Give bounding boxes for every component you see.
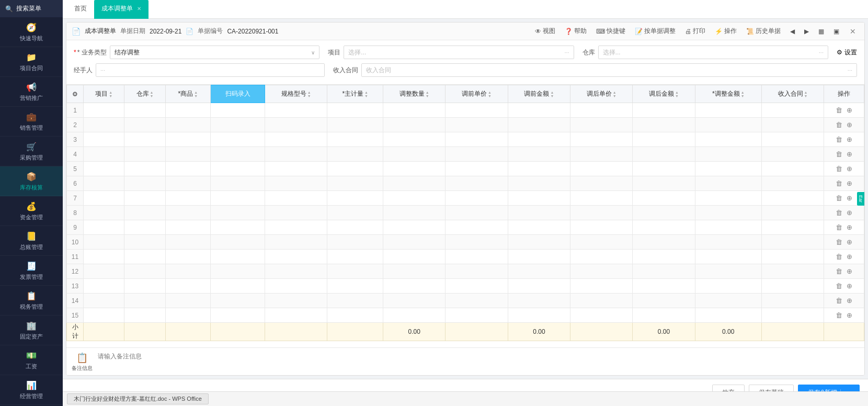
cell-income_contract[interactable]	[761, 191, 824, 206]
cell-adj_amount[interactable]	[695, 264, 761, 279]
cell-spec[interactable]	[265, 264, 327, 279]
side-indicator[interactable]: Ear	[857, 192, 864, 206]
cell-before_price[interactable]	[446, 162, 508, 176]
cell-warehouse[interactable]	[124, 103, 165, 118]
cell-project[interactable]	[84, 132, 124, 147]
cell-scan[interactable]	[211, 250, 265, 264]
cell-spec[interactable]	[265, 250, 327, 264]
cell-product[interactable]	[165, 279, 210, 294]
cell-after_price[interactable]	[570, 147, 633, 162]
shortcut-btn[interactable]: ⌨ 快捷键	[594, 26, 627, 37]
nav-next-btn[interactable]: ▶	[802, 27, 811, 36]
sort-before_amount[interactable]: ▲▼	[550, 91, 554, 98]
sort-income_contract[interactable]: ▲▼	[804, 91, 808, 98]
delete-row-btn[interactable]: 🗑	[835, 164, 843, 174]
cell-before_amount[interactable]	[508, 132, 570, 147]
cell-after_price[interactable]	[570, 162, 633, 176]
cell-before_amount[interactable]	[508, 279, 570, 294]
cell-product[interactable]	[165, 294, 210, 308]
cell-before_amount[interactable]	[508, 294, 570, 308]
cell-spec[interactable]	[265, 235, 327, 250]
cell-product[interactable]	[165, 103, 210, 118]
sort-warehouse[interactable]: ▲▼	[150, 91, 154, 98]
cell-project[interactable]	[84, 308, 124, 323]
cell-project[interactable]	[84, 176, 124, 191]
cell-income_contract[interactable]	[761, 220, 824, 235]
col-header-action[interactable]: 操作	[824, 85, 864, 103]
cell-income_contract[interactable]	[761, 103, 824, 118]
copy-row-btn[interactable]: ⊕	[846, 266, 853, 276]
delete-row-btn[interactable]: 🗑	[835, 134, 843, 144]
tab-home[interactable]: 首页	[67, 0, 94, 19]
delete-row-btn[interactable]: 🗑	[835, 222, 843, 232]
sidebar-item-payroll[interactable]: 💵 工资	[0, 345, 63, 375]
cell-warehouse[interactable]	[124, 206, 165, 220]
cell-after_amount[interactable]	[633, 308, 695, 323]
cell-project[interactable]	[84, 118, 124, 132]
tab-close-cost-adjust[interactable]: ✕	[137, 6, 141, 12]
project-input[interactable]: 选择... ···	[344, 46, 574, 59]
copy-row-btn[interactable]: ⊕	[846, 164, 853, 174]
cell-warehouse[interactable]	[124, 250, 165, 264]
cell-adj_qty[interactable]	[383, 206, 446, 220]
cell-adj_qty[interactable]	[383, 132, 446, 147]
cell-income_contract[interactable]	[761, 279, 824, 294]
cell-unit[interactable]	[327, 147, 383, 162]
cell-adj_amount[interactable]	[695, 118, 761, 132]
cell-scan[interactable]	[211, 132, 265, 147]
cell-project[interactable]	[84, 235, 124, 250]
cell-adj_amount[interactable]	[695, 294, 761, 308]
cell-adj_qty[interactable]	[383, 294, 446, 308]
delete-row-btn[interactable]: 🗑	[835, 149, 843, 159]
cell-adj_qty[interactable]	[383, 264, 446, 279]
cell-income_contract[interactable]	[761, 250, 824, 264]
sidebar-item-marketing[interactable]: 📢 营销推广	[0, 77, 63, 107]
cell-adj_amount[interactable]	[695, 250, 761, 264]
cell-project[interactable]	[84, 162, 124, 176]
cell-warehouse[interactable]	[124, 294, 165, 308]
sidebar-item-quick-nav[interactable]: 🧭 快速导航	[0, 17, 63, 47]
cell-adj_amount[interactable]	[695, 279, 761, 294]
cell-unit[interactable]	[327, 191, 383, 206]
warehouse-input[interactable]: 选择... ···	[598, 46, 828, 59]
cell-adj_qty[interactable]	[383, 279, 446, 294]
copy-row-btn[interactable]: ⊕	[846, 310, 853, 320]
cell-before_price[interactable]	[446, 147, 508, 162]
remark-input[interactable]	[98, 351, 859, 372]
copy-row-btn[interactable]: ⊕	[846, 281, 853, 291]
cell-adj_qty[interactable]	[383, 191, 446, 206]
cell-income_contract[interactable]	[761, 118, 824, 132]
cell-unit[interactable]	[327, 176, 383, 191]
cell-scan[interactable]	[211, 103, 265, 118]
cell-warehouse[interactable]	[124, 220, 165, 235]
cell-income_contract[interactable]	[761, 132, 824, 147]
cell-before_price[interactable]	[446, 264, 508, 279]
cell-unit[interactable]	[327, 235, 383, 250]
cell-adj_qty[interactable]	[383, 235, 446, 250]
cell-adj_amount[interactable]	[695, 103, 761, 118]
sort-adj_amount[interactable]: ▲▼	[741, 91, 745, 98]
delete-row-btn[interactable]: 🗑	[835, 105, 843, 115]
sidebar-item-purchase[interactable]: 🛒 采购管理	[0, 137, 63, 166]
cell-spec[interactable]	[265, 206, 327, 220]
cell-before_amount[interactable]	[508, 206, 570, 220]
cell-unit[interactable]	[327, 279, 383, 294]
cell-after_amount[interactable]	[633, 220, 695, 235]
cell-product[interactable]	[165, 132, 210, 147]
cell-scan[interactable]	[211, 162, 265, 176]
cell-project[interactable]	[84, 220, 124, 235]
cell-after_amount[interactable]	[633, 191, 695, 206]
cell-after_price[interactable]	[570, 132, 633, 147]
cell-after_amount[interactable]	[633, 206, 695, 220]
cell-adj_qty[interactable]	[383, 176, 446, 191]
cell-before_price[interactable]	[446, 308, 508, 323]
sidebar-item-sales[interactable]: 💼 销售管理	[0, 107, 63, 137]
cell-income_contract[interactable]	[761, 162, 824, 176]
cell-before_amount[interactable]	[508, 250, 570, 264]
cell-income_contract[interactable]	[761, 147, 824, 162]
copy-row-btn[interactable]: ⊕	[846, 252, 853, 262]
cell-after_price[interactable]	[570, 235, 633, 250]
close-window-btn[interactable]: ✕	[847, 26, 859, 37]
cell-product[interactable]	[165, 308, 210, 323]
cell-income_contract[interactable]	[761, 308, 824, 323]
